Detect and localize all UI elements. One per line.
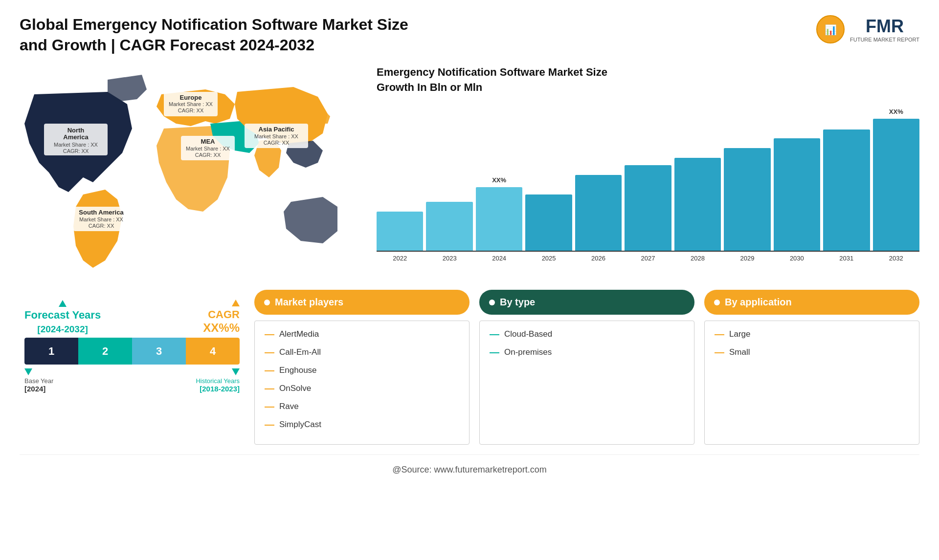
bar-year-label: 2028 [674,255,721,262]
cat-header-label: By application [725,297,792,308]
list-item-label: On-premises [504,347,552,357]
list-item: —Large [715,328,909,340]
bar [525,194,572,251]
svg-text:📊: 📊 [825,24,837,36]
list-item-label: Cloud-Based [504,329,552,339]
list-item-dash: — [265,346,274,358]
bar-year-label: 2026 [575,255,622,262]
list-item: —Enghouse [265,365,459,376]
list-item: —OnSolve [265,383,459,394]
bar-group: XX% [476,187,522,251]
logo-fmr: FMR [866,16,904,37]
list-item-dash: — [265,401,274,412]
list-item-label: AlertMedia [279,329,319,339]
list-item-dash: — [715,346,724,358]
page-title: Global Emergency Notification Software M… [20,15,411,55]
timeline-bar: 1 2 3 4 [24,338,240,365]
list-item-label: Enghouse [279,366,317,375]
timeline-seg-2: 2 [78,338,132,365]
historical-annotation: Historical Years [2018-2023] [196,368,240,393]
list-item: —Small [715,346,909,358]
base-year-label: Base Year [24,377,53,385]
cat-header-market-players: Market players [254,290,470,315]
logo-area: 📊 FMR FUTURE MARKET REPORT [816,15,919,44]
bar-chart: XX%XX% [377,105,919,252]
bar-group [426,202,472,251]
list-item: —Cloud-Based [490,328,684,340]
logo-icon: 📊 [816,15,845,44]
list-item-dash: — [490,346,499,358]
list-item-dash: — [265,328,274,340]
svg-text:MEA: MEA [201,138,216,145]
cat-dot-icon [714,300,720,305]
cagr-label: CAGR [203,308,240,321]
list-item-label: Rave [279,402,299,411]
forecast-years-value: [2024-2032] [24,324,101,335]
cagr-arrow-up [232,300,240,306]
logo-subtitle: FUTURE MARKET REPORT [850,37,919,43]
timeline-block: Forecast Years [2024-2032] CAGR XX%% 1 2… [20,290,245,403]
bar-group [774,138,820,251]
historical-label: Historical Years [196,377,240,385]
historical-arrow [232,368,240,375]
svg-text:Europe: Europe [180,94,202,101]
bar [674,158,721,251]
bar-group [625,165,671,251]
svg-text:Asia Pacific: Asia Pacific [259,126,294,133]
cagr-value: XX%% [203,321,240,335]
timeline-num-4: 4 [210,345,216,358]
bar-year-label: 2029 [724,255,770,262]
list-item: —Rave [265,401,459,412]
list-item-label: Small [729,347,750,357]
forecast-years-label: Forecast Years [24,309,101,322]
timeline-seg-3: 3 [132,338,186,365]
svg-text:CAGR: XX: CAGR: XX [178,108,204,113]
chart-title: Emergency Notification Software Market S… [377,65,621,95]
svg-text:Market Share : XX: Market Share : XX [79,216,124,222]
world-map: North America Market Share : XX CAGR: XX… [20,65,352,280]
bar-year-label: 2025 [525,255,572,262]
list-item: —SimplyCast [265,419,459,430]
bar-year-label: 2024 [476,255,522,262]
list-item-dash: — [265,365,274,376]
source-bar: @Source: www.futuremarketreport.com [20,454,919,485]
svg-text:North: North [67,127,85,134]
base-year-value: [2024] [24,385,53,393]
svg-text:Market Share : XX: Market Share : XX [54,142,98,148]
bar-year-label: 2030 [774,255,820,262]
list-item-label: OnSolve [279,384,311,393]
svg-text:America: America [63,133,89,141]
svg-text:Market Share : XX: Market Share : XX [169,101,213,107]
cat-header-by-type: By type [479,290,694,315]
cat-header-label: By type [500,297,535,308]
list-item: —Call-Em-All [265,346,459,358]
category-col-by-type: By type—Cloud-Based—On-premises [479,290,694,445]
bar-year-label: 2027 [625,255,671,262]
bar [575,175,622,251]
timeline-seg-4: 4 [186,338,240,365]
list-item-dash: — [490,328,499,340]
bar-group [674,158,721,251]
bar-year-label: 2023 [426,255,472,262]
page-header: Global Emergency Notification Software M… [20,15,919,55]
cat-items-market-players: —AlertMedia—Call-Em-All—Enghouse—OnSolve… [254,321,470,445]
cat-header-label: Market players [275,297,343,308]
list-item-label: Large [729,329,750,339]
bar [724,148,770,251]
bar-years: 2022202320242025202620272028202920302031… [377,255,919,262]
timeline-num-2: 2 [102,345,108,358]
list-item-dash: — [265,383,274,394]
bar: XX% [873,119,919,251]
timeline-num-3: 3 [156,345,162,358]
bar-year-label: 2031 [823,255,870,262]
svg-text:CAGR: XX: CAGR: XX [264,140,290,146]
timeline-seg-1: 1 [24,338,78,365]
bar-year-label: 2032 [873,255,919,262]
list-item-dash: — [265,419,274,430]
category-col-market-players: Market players—AlertMedia—Call-Em-All—En… [254,290,470,445]
bar-group [724,148,770,251]
main-content: North America Market Share : XX CAGR: XX… [20,65,919,280]
bar-group [823,129,870,251]
bar-top-label: XX% [889,108,903,115]
map-section: North America Market Share : XX CAGR: XX… [20,65,352,280]
